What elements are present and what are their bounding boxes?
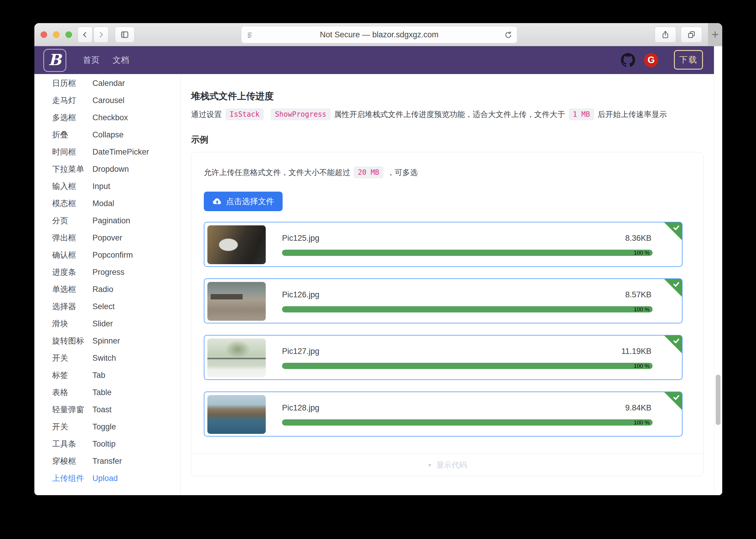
file-size: 8.36KB	[625, 234, 651, 243]
sidebar-item-radio[interactable]: 单选框Radio	[35, 281, 180, 298]
progress-bar: 100 %	[282, 250, 653, 256]
sidebar-item-zh-label: 时间框	[52, 147, 92, 157]
show-code-label: 显示代码	[436, 460, 467, 470]
sidebar-item-zh-label: 折叠	[52, 129, 92, 140]
minimize-window-button[interactable]	[53, 32, 59, 38]
sidebar-item-en-label: Tab	[92, 371, 106, 380]
sidebar-item-toggle[interactable]: 开关Toggle	[35, 418, 180, 435]
sidebar-item-collapse[interactable]: 折叠Collapse	[35, 126, 180, 143]
sidebar-item-en-label: Popconfirm	[92, 251, 133, 260]
upload-file-list: Pic125.jpg8.36KB100 %Pic126.jpg8.57KB100…	[204, 222, 683, 448]
sidebar-item-transfer[interactable]: 穿梭框Transfer	[35, 452, 180, 470]
upload-success-badge	[664, 392, 683, 411]
progress-bar: 100 %	[282, 420, 653, 425]
sidebar-item-switch[interactable]: 开关Switch	[35, 349, 180, 367]
sidebar-item-zh-label: 确认框	[52, 250, 92, 260]
sidebar-item-en-label: DateTimePicker	[92, 147, 149, 157]
sidebar-item-popconfirm[interactable]: 确认框Popconfirm	[35, 246, 180, 264]
show-code-toggle[interactable]: ▼ 显示代码	[191, 453, 703, 477]
page-title: 堆栈式文件上传进度	[191, 90, 274, 103]
new-tab-button[interactable]: +	[708, 23, 722, 46]
sidebar-item-en-label: Popover	[92, 233, 122, 243]
sidebar-item-dropdown[interactable]: 下拉菜单Dropdown	[35, 161, 180, 178]
sidebar-item-modal[interactable]: 模态框Modal	[35, 195, 180, 212]
sidebar-item-en-label: Tooltip	[92, 439, 116, 449]
sidebar-item-en-label: Spinner	[92, 337, 120, 346]
download-button[interactable]: 下载	[674, 50, 703, 70]
tab-overview-icon	[687, 31, 696, 39]
sidebar-item-upload[interactable]: 上传组件Upload	[35, 470, 180, 487]
code-badge-isstack: IsStack	[225, 109, 264, 120]
site-header: B 首页 文档 G 下载	[35, 46, 714, 74]
sidebar-item-select[interactable]: 选择器Select	[35, 298, 180, 315]
sidebar-item-zh-label: 下拉菜单	[52, 164, 92, 175]
chevron-down-icon: ▼	[428, 463, 432, 468]
sidebar-item-zh-label: 输入框	[52, 181, 92, 192]
sidebar-item-toast[interactable]: 轻量弹窗Toast	[35, 401, 180, 418]
tab-overview-button[interactable]	[681, 27, 702, 42]
sidebar-item-en-label: Progress	[92, 268, 125, 277]
sidebar-toggle-button[interactable]	[115, 27, 134, 42]
sidebar-item-popover[interactable]: 弹出框Popover	[35, 229, 180, 246]
upload-success-badge	[664, 222, 683, 241]
description-lead: 通过设置	[191, 109, 222, 119]
share-icon	[661, 31, 669, 39]
back-button[interactable]	[78, 27, 92, 42]
sidebar-item-input[interactable]: 输入框Input	[35, 178, 180, 195]
sidebar-item-zh-label: 多选框	[52, 112, 92, 123]
sidebar-item-datetimepicker[interactable]: 时间框DateTimePicker	[35, 143, 180, 161]
sidebar-toggle-icon	[120, 30, 129, 39]
upload-success-badge	[664, 278, 683, 297]
close-window-button[interactable]	[41, 32, 47, 38]
sidebar-item-zh-label: 模态框	[52, 198, 92, 209]
sidebar-item-en-label: Toggle	[92, 422, 116, 431]
sidebar-item-zh-label: 弹出框	[52, 232, 92, 243]
sidebar-item-en-label: Calendar	[92, 79, 125, 88]
sidebar-item-zh-label: 上传组件	[52, 473, 92, 484]
sidebar-item-zh-label: 走马灯	[52, 95, 92, 106]
sidebar-item-pagination[interactable]: 分页Pagination	[35, 212, 180, 229]
sidebar-item-en-label: Upload	[92, 474, 118, 483]
reload-icon[interactable]	[504, 31, 513, 39]
sidebar-item-table[interactable]: 表格Table	[35, 384, 180, 401]
sidebar-item-en-label: Input	[92, 182, 110, 191]
sidebar-item-tab[interactable]: 标签Tab	[35, 367, 180, 384]
gitee-icon[interactable]: G	[644, 53, 658, 67]
address-bar[interactable]: Not Secure — blazor.sdgxgz.com	[241, 26, 517, 43]
file-size: 9.84KB	[625, 403, 651, 413]
sidebar-item-spinner[interactable]: 旋转图标Spinner	[35, 332, 180, 349]
zoom-window-button[interactable]	[65, 32, 72, 38]
brand-logo[interactable]: B	[43, 49, 66, 72]
description-tail: 后开始上传速率显示	[598, 109, 667, 119]
upload-file-card: Pic126.jpg8.57KB100 %	[204, 278, 683, 323]
select-files-button[interactable]: 点击选择文件	[204, 192, 283, 211]
scrollbar-thumb[interactable]	[716, 375, 720, 425]
github-icon[interactable]	[621, 53, 635, 67]
sidebar-item-checkbox[interactable]: 多选框Checkbox	[35, 109, 180, 126]
sidebar-item-zh-label: 开关	[52, 353, 92, 363]
share-button[interactable]	[655, 27, 676, 42]
scrollbar-track	[714, 46, 722, 495]
sidebar-item-calendar[interactable]: 日历框Calendar	[35, 75, 180, 92]
sidebar-item-tooltip[interactable]: 工具条Tooltip	[35, 435, 180, 452]
sidebar-item-zh-label: 分页	[52, 215, 92, 226]
sidebar-item-slider[interactable]: 滑块Slider	[35, 315, 180, 332]
example-heading: 示例	[191, 134, 208, 146]
progress-label: 100 %	[634, 250, 650, 256]
file-thumbnail-balcony-plants	[208, 339, 266, 377]
url-text: Not Secure — blazor.sdgxgz.com	[241, 26, 517, 43]
sidebar-item-en-label: Select	[92, 302, 115, 311]
sidebar-item-en-label: Dropdown	[92, 165, 129, 174]
sidebar-item-zh-label: 选择器	[52, 301, 92, 312]
file-thumbnail-dock-bench-water	[208, 282, 266, 321]
sidebar-item-carousel[interactable]: 走马灯Carousel	[35, 92, 180, 109]
sidebar-item-progress[interactable]: 进度条Progress	[35, 264, 180, 281]
nav-item-docs[interactable]: 文档	[113, 46, 129, 74]
progress-bar: 100 %	[282, 363, 653, 369]
sidebar-item-zh-label: 开关	[52, 422, 92, 432]
sidebar-item-en-label: Transfer	[92, 457, 122, 466]
page-description: 通过设置 IsStack ShowProgress 属性开启堆栈式文件上传进度预…	[191, 109, 667, 120]
forward-button[interactable]	[94, 27, 109, 42]
back-chevron-icon	[81, 31, 89, 38]
nav-item-home[interactable]: 首页	[83, 46, 100, 74]
